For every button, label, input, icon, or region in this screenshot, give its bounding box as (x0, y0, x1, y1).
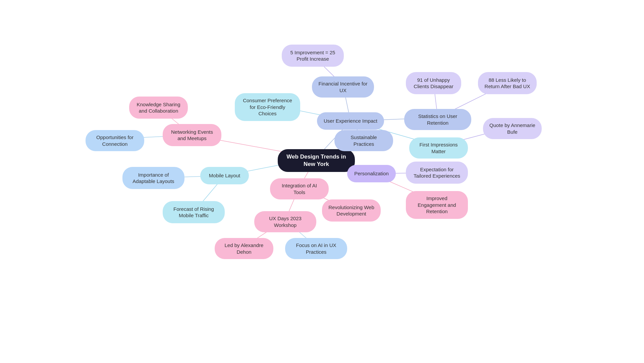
node-center[interactable]: Web Design Trends in New York (278, 149, 355, 172)
node-integrationAI[interactable]: Integration of AI Tools (270, 178, 329, 199)
node-financialIncentive[interactable]: Financial Incentive for UX (312, 76, 374, 98)
node-knowledgeSharing[interactable]: Knowledge Sharing and Collaboration (129, 97, 188, 119)
node-ledAlexandre[interactable]: Led by Alexandre Dehon (215, 238, 273, 259)
node-networkingEvents[interactable]: Networking Events and Meetups (163, 124, 221, 146)
node-unhappyClients[interactable]: 91 of Unhappy Clients Disappear (406, 72, 461, 94)
node-consumerPreference[interactable]: Consumer Preference for Eco-Friendly Cho… (235, 93, 300, 121)
node-fiveImprovement[interactable]: 5 Improvement = 25 Profit Increase (282, 45, 344, 67)
node-statisticsUserRetention[interactable]: Statistics on User Retention (404, 109, 471, 130)
node-sustainablePractices[interactable]: Sustainable Practices (334, 130, 393, 151)
node-uxDays[interactable]: UX Days 2023 Workshop (254, 211, 316, 232)
node-mobileLayout[interactable]: Mobile Layout (200, 167, 249, 184)
node-firstImpressions[interactable]: First Impressions Matter (409, 137, 468, 159)
mindmap-container: Web Design Trends in New YorkUser Experi… (0, 0, 644, 363)
node-opportunitiesConnection[interactable]: Opportunities for Connection (86, 130, 144, 151)
node-revolutionizing[interactable]: Revolutionizing Web Development (322, 199, 381, 222)
node-focusAI[interactable]: Focus on AI in UX Practices (285, 238, 347, 259)
node-improvedEngagement[interactable]: Improved Engagement and Retention (406, 191, 468, 219)
node-lessLikely[interactable]: 88 Less Likely to Return After Bad UX (478, 72, 537, 94)
node-personalization[interactable]: Personalization (347, 165, 396, 182)
node-quoteAnnemarie[interactable]: Quote by Annemarie Bufe (483, 118, 542, 139)
node-expectationTailored[interactable]: Expectation for Tailored Experiences (406, 162, 468, 184)
node-importanceAdaptable[interactable]: Importance of Adaptable Layouts (122, 167, 184, 189)
node-forecastMobile[interactable]: Forecast of Rising Mobile Traffic (163, 201, 225, 223)
node-userExperienceImpact[interactable]: User Experience Impact (317, 112, 384, 130)
